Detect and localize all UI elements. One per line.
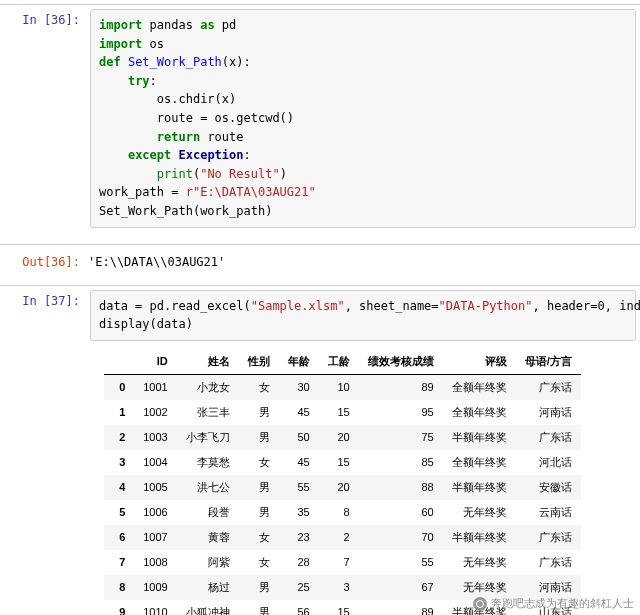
table-cell: 60: [359, 500, 443, 525]
row-index-cell: 9: [104, 600, 134, 615]
table-cell: 无年终奖: [443, 550, 516, 575]
table-row: 11002张三丰男451595全额年终奖河南话: [104, 400, 581, 425]
row-index-cell: 6: [104, 525, 134, 550]
table-row: 71008阿紫女28755无年终奖广东话: [104, 550, 581, 575]
table-row: 41005洪七公男552088半额年终奖安徽话: [104, 475, 581, 500]
table-cell: 李莫愁: [177, 450, 239, 475]
table-cell: 小李飞刀: [177, 425, 239, 450]
table-cell: 3: [319, 575, 359, 600]
table-cell: 45: [279, 450, 319, 475]
table-header-cell: 绩效考核成绩: [359, 349, 443, 375]
table-cell: 男: [239, 400, 279, 425]
table-cell: 75: [359, 425, 443, 450]
table-cell: 河北话: [516, 450, 581, 475]
table-cell: 15: [319, 600, 359, 615]
table-cell: 1002: [134, 400, 176, 425]
notebook-cell: In [37]: data = pd.read_excel("Sample.xl…: [0, 285, 640, 615]
table-cell: 89: [359, 374, 443, 400]
table-cell: 45: [279, 400, 319, 425]
input-prompt: In [37]:: [0, 288, 86, 615]
output-row: Out[36]: 'E:\\DATA\\03AUG21': [0, 249, 640, 281]
table-header-row: ID姓名性别年龄工龄绩效考核成绩评级母语/方言: [104, 349, 581, 375]
table-header-cell: 年龄: [279, 349, 319, 375]
table-header-cell: [104, 349, 134, 375]
table-cell: 全额年终奖: [443, 374, 516, 400]
row-index-cell: 4: [104, 475, 134, 500]
table-cell: 25: [279, 575, 319, 600]
table-cell: 河南话: [516, 400, 581, 425]
table-cell: 30: [279, 374, 319, 400]
table-cell: 1001: [134, 374, 176, 400]
table-cell: 95: [359, 400, 443, 425]
table-cell: 1007: [134, 525, 176, 550]
table-cell: 1006: [134, 500, 176, 525]
table-cell: 广东话: [516, 425, 581, 450]
table-cell: 广东话: [516, 550, 581, 575]
table-cell: 1009: [134, 575, 176, 600]
code-input-area[interactable]: import pandas as pd import os def Set_Wo…: [90, 9, 636, 228]
table-cell: 67: [359, 575, 443, 600]
cell-body: data = pd.read_excel("Sample.xlsm", shee…: [86, 288, 640, 615]
table-cell: 洪七公: [177, 475, 239, 500]
table-cell: 男: [239, 475, 279, 500]
table-cell: 20: [319, 475, 359, 500]
table-cell: 女: [239, 450, 279, 475]
table-cell: 女: [239, 550, 279, 575]
table-row: 01001小龙女女301089全额年终奖广东话: [104, 374, 581, 400]
table-cell: 女: [239, 374, 279, 400]
watermark: 奔跑吧志成为有趣的斜杠人士: [473, 596, 634, 611]
table-cell: 1003: [134, 425, 176, 450]
row-index-cell: 0: [104, 374, 134, 400]
table-cell: 55: [279, 475, 319, 500]
table-cell: 阿紫: [177, 550, 239, 575]
row-index-cell: 2: [104, 425, 134, 450]
table-cell: 88: [359, 475, 443, 500]
table-cell: 广东话: [516, 374, 581, 400]
output-prompt: Out[36]:: [0, 249, 86, 275]
table-cell: 张三丰: [177, 400, 239, 425]
table-cell: 男: [239, 425, 279, 450]
table-cell: 56: [279, 600, 319, 615]
table-cell: 安徽话: [516, 475, 581, 500]
table-cell: 85: [359, 450, 443, 475]
watermark-text: 奔跑吧志成为有趣的斜杠人士: [491, 596, 634, 611]
table-cell: 段誉: [177, 500, 239, 525]
table-cell: 全额年终奖: [443, 400, 516, 425]
table-cell: 半额年终奖: [443, 475, 516, 500]
table-cell: 50: [279, 425, 319, 450]
table-cell: 89: [359, 600, 443, 615]
dataframe-table: ID姓名性别年龄工龄绩效考核成绩评级母语/方言 01001小龙女女301089全…: [104, 349, 581, 615]
table-cell: 半额年终奖: [443, 525, 516, 550]
table-cell: 男: [239, 600, 279, 615]
table-cell: 云南话: [516, 500, 581, 525]
table-header-cell: 母语/方言: [516, 349, 581, 375]
table-cell: 35: [279, 500, 319, 525]
table-cell: 20: [319, 425, 359, 450]
table-cell: 55: [359, 550, 443, 575]
table-row: 21003小李飞刀男502075半额年终奖广东话: [104, 425, 581, 450]
table-header-cell: 姓名: [177, 349, 239, 375]
table-header-cell: 评级: [443, 349, 516, 375]
table-cell: 杨过: [177, 575, 239, 600]
row-index-cell: 3: [104, 450, 134, 475]
code-input-area[interactable]: data = pd.read_excel("Sample.xlsm", shee…: [90, 290, 636, 341]
table-cell: 2: [319, 525, 359, 550]
table-cell: 半额年终奖: [443, 425, 516, 450]
table-cell: 15: [319, 400, 359, 425]
table-row: 51006段誉男35860无年终奖云南话: [104, 500, 581, 525]
row-index-cell: 8: [104, 575, 134, 600]
table-cell: 广东话: [516, 525, 581, 550]
table-cell: 小狐冲神: [177, 600, 239, 615]
input-prompt: In [36]:: [0, 7, 86, 242]
table-cell: 70: [359, 525, 443, 550]
cell-body: import pandas as pd import os def Set_Wo…: [86, 7, 640, 242]
table-row: 61007黄蓉女23270半额年终奖广东话: [104, 525, 581, 550]
table-header-cell: ID: [134, 349, 176, 375]
table-row: 31004李莫愁女451585全额年终奖河北话: [104, 450, 581, 475]
table-cell: 23: [279, 525, 319, 550]
table-cell: 28: [279, 550, 319, 575]
table-cell: 男: [239, 575, 279, 600]
table-cell: 1010: [134, 600, 176, 615]
table-cell: 男: [239, 500, 279, 525]
table-cell: 1004: [134, 450, 176, 475]
